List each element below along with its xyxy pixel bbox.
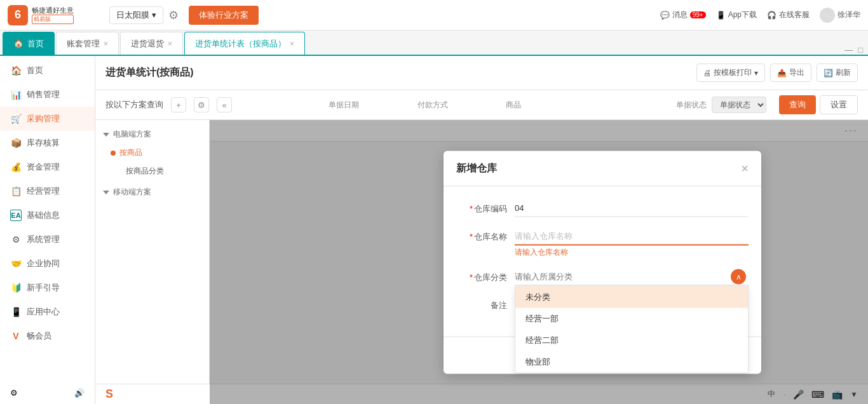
scheme-panel: 电脑端方案 按商品 按商品分类 移动端方案 <box>95 120 210 404</box>
sidebar-item-finance-label: 资金管理 <box>27 161 60 173</box>
collapse-button[interactable]: « <box>217 97 232 112</box>
modal-close-button[interactable]: × <box>741 161 749 175</box>
export-button[interactable]: 📤 导出 <box>770 64 811 82</box>
sidebar-item-apps[interactable]: 📱 应用中心 <box>0 300 95 324</box>
sidebar-item-sales[interactable]: 📊 销售管理 <box>0 83 95 107</box>
sidebar-item-basic-info[interactable]: EA 基础信息 <box>0 203 95 227</box>
dropdown-option-dept3[interactable]: 物业部 <box>515 351 748 372</box>
s-logo: S <box>105 387 113 401</box>
scheme-item-goods-category[interactable]: 按商品分类 <box>95 162 209 180</box>
sidebar-item-operations[interactable]: 📋 经营管理 <box>0 179 95 203</box>
form-row-code: 仓库编码 <box>456 199 749 217</box>
sidebar-item-newbie-label: 新手引导 <box>27 282 60 293</box>
sidebar-item-enterprise[interactable]: 🤝 企业协同 <box>0 252 95 276</box>
sidebar-item-operations-label: 经营管理 <box>27 185 60 197</box>
tab-home[interactable]: 🏠 首页 <box>3 32 55 55</box>
top-nav: 6 畅捷通好生意 精易版 日太阳膜 ▾ ⚙ 体验行业方案 💬 消息 99+ 📱 … <box>0 0 868 30</box>
online-service-button[interactable]: 🎧 在线客服 <box>767 10 810 20</box>
headphone-icon: 🎧 <box>767 11 776 20</box>
refresh-label: 刷新 <box>836 67 851 78</box>
scheme-settings-button[interactable]: ⚙ <box>194 97 209 112</box>
modal-header: 新增仓库 × <box>444 151 761 186</box>
code-label: 仓库编码 <box>456 199 507 214</box>
col-payment-label: 付款方式 <box>417 100 499 111</box>
sidebar-item-member[interactable]: V 畅会员 <box>0 324 95 348</box>
sales-icon: 📊 <box>10 89 22 100</box>
remark-label: 备注 <box>456 295 507 311</box>
tab-purchase-stats-close[interactable]: × <box>290 39 294 48</box>
maximize-icon[interactable]: □ <box>858 45 863 55</box>
add-warehouse-modal: 新增仓库 × 仓库编码 仓库名称 <box>444 151 761 374</box>
s-brand-icon: S <box>105 387 113 401</box>
refresh-icon: 🔄 <box>824 69 833 77</box>
enterprise-icon: 🤝 <box>10 258 22 269</box>
sidebar: 🏠 首页 📊 销售管理 🛒 采购管理 📦 库存核算 💰 资金管理 📋 经营管理 … <box>0 56 95 404</box>
top-right-area: 💬 消息 99+ 📱 App下载 🎧 在线客服 徐泽华 <box>660 8 860 23</box>
page-title: 进货单统计(按商品) <box>105 66 194 79</box>
app-icon: 📱 <box>716 11 726 20</box>
sidebar-item-enterprise-label: 企业协同 <box>27 258 60 269</box>
sidebar-item-purchase[interactable]: 🛒 采购管理 <box>0 107 95 131</box>
sidebar-item-system-label: 系统管理 <box>27 234 60 245</box>
scheme-item-goods[interactable]: 按商品 <box>95 144 209 162</box>
tab-purchase-return-close[interactable]: × <box>168 39 172 48</box>
status-select[interactable]: 单据状态 <box>712 97 766 113</box>
query-button[interactable]: 查询 <box>779 95 816 114</box>
tab-accounts-close[interactable]: × <box>104 39 108 48</box>
tab-accounts[interactable]: 账套管理 × <box>56 32 119 55</box>
scheme-goods-label: 按商品 <box>119 147 142 158</box>
sidebar-item-newbie[interactable]: 🔰 新手引导 <box>0 276 95 300</box>
store-selector[interactable]: 日太阳膜 ▾ <box>109 6 163 24</box>
active-dot <box>111 151 116 156</box>
collapse-triangle-icon <box>103 133 109 137</box>
category-dropdown-list: 未分类 经营一部 经营二部 物业部 <box>515 285 749 373</box>
sidebar-item-system[interactable]: ⚙ 系统管理 <box>0 227 95 252</box>
main-content: 进货单统计(按商品) 🖨 按模板打印 ▾ 📤 导出 🔄 刷新 按以下方案查 <box>95 56 868 404</box>
minimize-icon[interactable]: — <box>844 45 853 55</box>
app-logo: 6 <box>8 5 28 25</box>
col-status-label: 单据状态 <box>676 100 707 111</box>
store-dropdown-icon: ▾ <box>152 10 156 20</box>
apps-icon: 📱 <box>10 306 22 318</box>
category-input[interactable] <box>515 267 749 285</box>
form-row-category: 仓库分类 ∧ 未分类 经营一部 经营二部 物业部 <box>456 267 749 285</box>
dropdown-option-uncategorized[interactable]: 未分类 <box>515 286 748 307</box>
dropdown-option-dept2[interactable]: 经营二部 <box>515 329 748 351</box>
member-icon: V <box>10 330 22 342</box>
settings-icon[interactable]: ⚙ <box>168 8 179 22</box>
sidebar-item-finance[interactable]: 💰 资金管理 <box>0 155 95 179</box>
sidebar-item-purchase-label: 采购管理 <box>27 113 60 125</box>
app-badge: 精易版 <box>32 15 74 24</box>
scheme-goods-category-label: 按商品分类 <box>126 166 164 177</box>
sidebar-audio-icon[interactable]: 🔊 <box>74 388 85 398</box>
print-arrow: ▾ <box>754 69 758 77</box>
sidebar-item-home[interactable]: 🏠 首页 <box>0 58 95 83</box>
tab-purchase-return[interactable]: 进货退货 × <box>120 32 183 55</box>
tab-purchase-stats[interactable]: 进货单统计表（按商品） × <box>184 32 305 55</box>
scheme-mobile-title: 移动端方案 <box>95 183 209 201</box>
col-goods-label: 商品 <box>506 100 668 111</box>
add-scheme-button[interactable]: + <box>171 97 186 112</box>
app-download-label: App下载 <box>728 10 757 20</box>
tab-bar: 🏠 首页 账套管理 × 进货退货 × 进货单统计表（按商品） × — □ <box>0 30 868 56</box>
sidebar-settings-icon[interactable]: ⚙ <box>10 388 18 398</box>
dropdown-arrow-icon[interactable]: ∧ <box>731 269 746 284</box>
sidebar-item-member-label: 畅会员 <box>27 330 51 342</box>
app-download-button[interactable]: 📱 App下载 <box>716 10 757 20</box>
user-info[interactable]: 徐泽华 <box>820 8 860 23</box>
sidebar-item-inventory[interactable]: 📦 库存核算 <box>0 131 95 155</box>
set-button[interactable]: 设置 <box>820 95 858 114</box>
user-avatar <box>820 8 835 23</box>
sidebar-bottom: ⚙ 🔊 <box>0 382 95 404</box>
scheme-mobile-label: 移动端方案 <box>113 187 151 198</box>
sidebar-item-sales-label: 销售管理 <box>27 89 60 100</box>
code-input[interactable] <box>515 199 749 217</box>
refresh-button[interactable]: 🔄 刷新 <box>817 64 858 82</box>
print-button[interactable]: 🖨 按模板打印 ▾ <box>696 64 765 82</box>
message-button[interactable]: 💬 消息 99+ <box>660 10 706 20</box>
dropdown-option-dept1[interactable]: 经营一部 <box>515 307 748 329</box>
demo-button[interactable]: 体验行业方案 <box>189 6 259 25</box>
tab-home-label: 首页 <box>27 38 44 50</box>
action-buttons: 查询 设置 <box>779 95 858 114</box>
name-input[interactable] <box>515 227 749 245</box>
